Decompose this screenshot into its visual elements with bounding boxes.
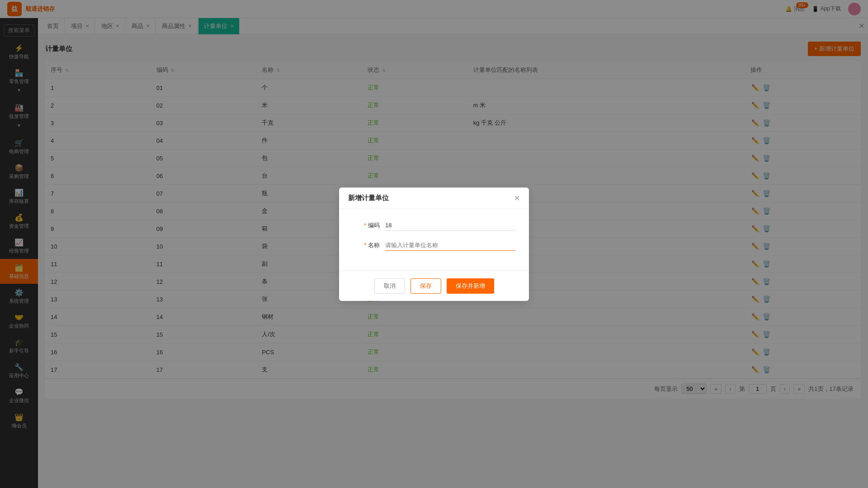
form-row-code: * 编码 xyxy=(353,220,515,231)
save-button[interactable]: 保存 xyxy=(410,278,441,294)
modal-footer: 取消 保存 保存并新增 xyxy=(339,271,529,301)
name-input[interactable] xyxy=(385,240,515,251)
code-input[interactable] xyxy=(385,220,515,231)
cancel-button[interactable]: 取消 xyxy=(374,278,405,294)
modal-title: 新增计量单位 xyxy=(348,194,389,202)
required-mark: * xyxy=(364,242,366,249)
modal-overlay: 新增计量单位 ✕ * 编码 * 名称 取消 保存 保存并新增 xyxy=(0,0,868,488)
code-label: * 编码 xyxy=(353,221,380,230)
modal-body: * 编码 * 名称 xyxy=(339,209,529,271)
modal-header: 新增计量单位 ✕ xyxy=(339,188,529,209)
add-unit-modal: 新增计量单位 ✕ * 编码 * 名称 取消 保存 保存并新增 xyxy=(339,188,529,301)
required-mark: * xyxy=(364,222,366,229)
save-and-new-button[interactable]: 保存并新增 xyxy=(447,278,494,294)
name-label: * 名称 xyxy=(353,241,380,249)
form-row-name: * 名称 xyxy=(353,240,515,251)
modal-close-button[interactable]: ✕ xyxy=(514,194,520,202)
